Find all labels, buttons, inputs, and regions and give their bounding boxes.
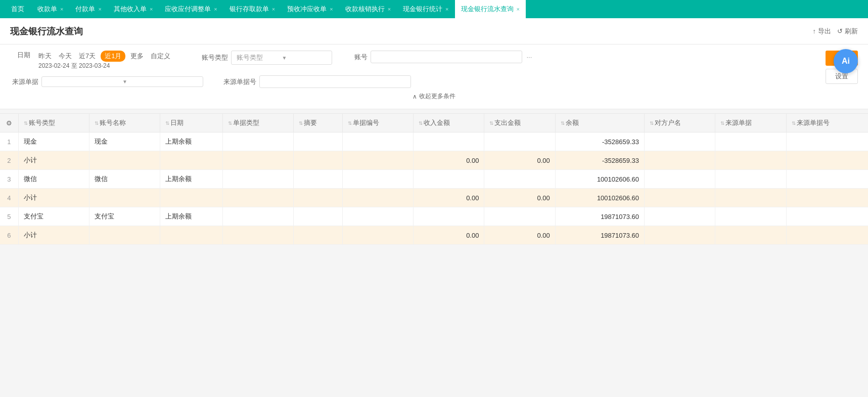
close-tab-2-icon[interactable]: × <box>150 6 153 12</box>
export-button[interactable]: ↑ 导出 <box>813 27 832 36</box>
date-btn-custom[interactable]: 自定义 <box>149 51 172 62</box>
account-type-label: 账号类型 <box>198 53 228 62</box>
col-account-type[interactable]: ⇅账号类型 <box>18 114 89 133</box>
cell-income-3: 0.00 <box>414 189 484 207</box>
col-source-doc[interactable]: ⇅来源单据 <box>715 114 786 133</box>
date-range-display: 2023-02-24 至 2023-03-24 <box>38 62 172 70</box>
filter-area: 日期 昨天 今天 近7天 近1月 更多 自定义 2023-02-24 至 202… <box>0 45 868 109</box>
cell-doc-no-1 <box>342 151 413 170</box>
date-btn-today[interactable]: 今天 <box>57 51 74 62</box>
cell-counterpart-0 <box>645 133 715 151</box>
table-row: 5 支付宝 支付宝 上期余额 19871073.60 <box>0 207 868 226</box>
nav-tab-0[interactable]: 收款单 × <box>31 0 69 18</box>
account-type-dropdown-icon: ▼ <box>282 55 327 61</box>
refresh-button[interactable]: ↺ 刷新 <box>837 27 858 36</box>
close-tab-0-icon[interactable]: × <box>60 6 63 12</box>
col-gear[interactable]: ⚙ <box>0 114 18 133</box>
col-source-doc-no[interactable]: ⇅来源单据号 <box>786 114 868 133</box>
col-counterpart[interactable]: ⇅对方户名 <box>645 114 715 133</box>
table-row: 4 小计 0.00 0.00 100102606.60 <box>0 189 868 207</box>
cell-balance-4: 19871073.60 <box>555 207 644 226</box>
cell-source-doc-no-2 <box>786 170 868 189</box>
nav-tab-3[interactable]: 应收应付调整单 × <box>159 0 223 18</box>
cell-expense-3: 0.00 <box>484 189 555 207</box>
nav-tab-1[interactable]: 付款单 × <box>69 0 107 18</box>
close-tab-8-icon[interactable]: × <box>517 6 520 12</box>
source-doc-select[interactable]: ▼ <box>41 76 203 87</box>
cell-account-name-1 <box>89 151 160 170</box>
col-doc-type[interactable]: ⇅单据类型 <box>222 114 293 133</box>
cell-account-type-1: 小计 <box>18 151 89 170</box>
cell-source-doc-0 <box>715 133 786 151</box>
col-summary[interactable]: ⇅摘要 <box>294 114 342 133</box>
cell-expense-2 <box>484 170 555 189</box>
cell-counterpart-5 <box>645 226 715 245</box>
table-header-row: ⚙ ⇅账号类型 ⇅账号名称 ⇅日期 ⇅单据类型 ⇅摘要 ⇅单据编号 ⇅收入金额 … <box>0 114 868 133</box>
cell-summary-5 <box>294 226 342 245</box>
nav-tab-2[interactable]: 其他收入单 × <box>108 0 159 18</box>
cell-income-5: 0.00 <box>414 226 484 245</box>
close-tab-7-icon[interactable]: × <box>445 6 448 12</box>
cell-source-doc-5 <box>715 226 786 245</box>
cell-doc-type-3 <box>222 189 293 207</box>
cell-source-doc-1 <box>715 151 786 170</box>
col-account-name[interactable]: ⇅账号名称 <box>89 114 160 133</box>
account-num-more-icon[interactable]: ··· <box>526 53 532 61</box>
account-type-select[interactable]: 账号类型 ▼ <box>231 51 332 65</box>
col-income[interactable]: ⇅收入金额 <box>414 114 484 133</box>
nav-tab-4[interactable]: 银行存取款单 × <box>223 0 281 18</box>
col-date[interactable]: ⇅日期 <box>160 114 222 133</box>
col-balance[interactable]: ⇅余额 <box>555 114 644 133</box>
collapse-button[interactable]: ∧ 收起更多条件 <box>413 92 455 101</box>
cell-income-4 <box>414 207 484 226</box>
source-doc-label: 来源单据 <box>10 77 38 86</box>
table-row: 6 小计 0.00 0.00 19871073.60 <box>0 226 868 245</box>
cell-source-doc-2 <box>715 170 786 189</box>
nav-home[interactable]: 首页 <box>4 5 31 14</box>
nav-tab-8[interactable]: 现金银行流水查询 × <box>455 0 526 18</box>
cell-account-name-3 <box>89 189 160 207</box>
table-row: 1 现金 现金 上期余额 -3528659.33 <box>0 133 868 151</box>
cell-doc-type-2 <box>222 170 293 189</box>
cell-date-3 <box>160 189 222 207</box>
close-tab-3-icon[interactable]: × <box>214 6 217 12</box>
source-doc-dropdown-icon: ▼ <box>122 79 198 84</box>
collapse-row: ∧ 收起更多条件 <box>10 90 858 105</box>
date-btn-1month[interactable]: 近1月 <box>101 51 125 62</box>
source-doc-num-label: 来源单据号 <box>223 77 256 86</box>
account-num-input[interactable] <box>371 51 522 63</box>
cell-date-1 <box>160 151 222 170</box>
close-tab-1-icon[interactable]: × <box>98 6 101 12</box>
close-tab-5-icon[interactable]: × <box>330 6 333 12</box>
date-btn-yesterday[interactable]: 昨天 <box>36 51 54 62</box>
cell-doc-type-4 <box>222 207 293 226</box>
cell-doc-no-5 <box>342 226 413 245</box>
nav-tab-7[interactable]: 现金银行统计 × <box>397 0 454 18</box>
row-num-3: 4 <box>0 189 18 207</box>
cell-balance-1: -3528659.33 <box>555 151 644 170</box>
close-tab-6-icon[interactable]: × <box>388 6 391 12</box>
date-btn-more[interactable]: 更多 <box>128 51 146 62</box>
ai-assistant-button[interactable]: Ai <box>834 49 858 73</box>
cell-date-2: 上期余额 <box>160 170 222 189</box>
row-num-5: 6 <box>0 226 18 245</box>
table-row: 3 微信 微信 上期余额 100102606.60 <box>0 170 868 189</box>
cell-doc-no-4 <box>342 207 413 226</box>
source-doc-num-input[interactable] <box>259 75 411 88</box>
cell-balance-5: 19871073.60 <box>555 226 644 245</box>
nav-tab-6[interactable]: 收款核销执行 × <box>339 0 397 18</box>
date-btn-7days[interactable]: 近7天 <box>77 51 98 62</box>
nav-tab-5[interactable]: 预收冲应收单 × <box>281 0 339 18</box>
cell-date-0: 上期余额 <box>160 133 222 151</box>
cell-counterpart-4 <box>645 207 715 226</box>
account-num-label: 账号 <box>352 53 368 62</box>
col-expense[interactable]: ⇅支出金额 <box>484 114 555 133</box>
cell-source-doc-no-4 <box>786 207 868 226</box>
cell-account-name-5 <box>89 226 160 245</box>
close-tab-4-icon[interactable]: × <box>272 6 275 12</box>
cell-account-name-2: 微信 <box>89 170 160 189</box>
top-navigation: 首页 收款单 × 付款单 × 其他收入单 × 应收应付调整单 × 银行存取款单 … <box>0 0 868 18</box>
cell-doc-no-0 <box>342 133 413 151</box>
col-doc-no[interactable]: ⇅单据编号 <box>342 114 413 133</box>
collapse-icon: ∧ <box>413 93 417 100</box>
